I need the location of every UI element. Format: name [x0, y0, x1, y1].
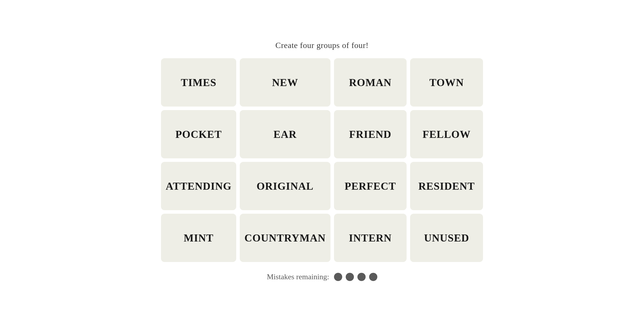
word-card-perfect[interactable]: PERFECT	[334, 162, 407, 210]
word-label-attending: ATTENDING	[161, 180, 236, 192]
word-card-resident[interactable]: RESIDENT	[410, 162, 483, 210]
word-label-pocket: POCKET	[171, 128, 227, 141]
word-card-pocket[interactable]: POCKET	[161, 110, 236, 158]
word-card-times[interactable]: TIMES	[161, 58, 236, 107]
word-label-times: TIMES	[176, 76, 221, 89]
word-card-town[interactable]: TOWN	[410, 58, 483, 107]
word-card-roman[interactable]: ROMAN	[334, 58, 407, 107]
word-label-fellow: FELLOW	[418, 128, 475, 141]
word-card-ear[interactable]: EAR	[240, 110, 330, 158]
word-card-unused[interactable]: UNUSED	[410, 214, 483, 262]
word-card-new[interactable]: NEW	[240, 58, 330, 107]
mistake-dot-2	[346, 273, 354, 281]
mistake-dot-1	[334, 273, 342, 281]
word-label-mint: MINT	[179, 232, 218, 244]
word-card-fellow[interactable]: FELLOW	[410, 110, 483, 158]
mistakes-row: Mistakes remaining:	[267, 273, 377, 281]
word-label-ear: EAR	[269, 128, 301, 141]
word-card-countryman[interactable]: COUNTRYMAN	[240, 214, 330, 262]
word-label-unused: UNUSED	[419, 232, 474, 244]
word-grid: TIMESNEWROMANTOWNPOCKETEARFRIENDFELLOWAT…	[161, 58, 483, 262]
word-label-original: ORIGINAL	[252, 180, 318, 192]
word-label-town: TOWN	[425, 76, 469, 89]
word-card-intern[interactable]: INTERN	[334, 214, 407, 262]
word-label-new: NEW	[267, 76, 303, 89]
game-container: Create four groups of four! TIMESNEWROMA…	[161, 41, 483, 281]
mistake-dot-4	[369, 273, 377, 281]
word-label-roman: ROMAN	[344, 76, 396, 89]
dots-container	[334, 273, 377, 281]
word-label-friend: FRIEND	[345, 128, 396, 141]
word-card-attending[interactable]: ATTENDING	[161, 162, 236, 210]
mistake-dot-3	[357, 273, 366, 281]
word-label-perfect: PERFECT	[340, 180, 401, 192]
word-card-friend[interactable]: FRIEND	[334, 110, 407, 158]
subtitle: Create four groups of four!	[275, 41, 369, 50]
word-card-original[interactable]: ORIGINAL	[240, 162, 330, 210]
word-label-resident: RESIDENT	[414, 180, 479, 192]
word-label-countryman: COUNTRYMAN	[240, 232, 330, 244]
word-label-intern: INTERN	[344, 232, 397, 244]
mistakes-label: Mistakes remaining:	[267, 273, 329, 281]
word-card-mint[interactable]: MINT	[161, 214, 236, 262]
